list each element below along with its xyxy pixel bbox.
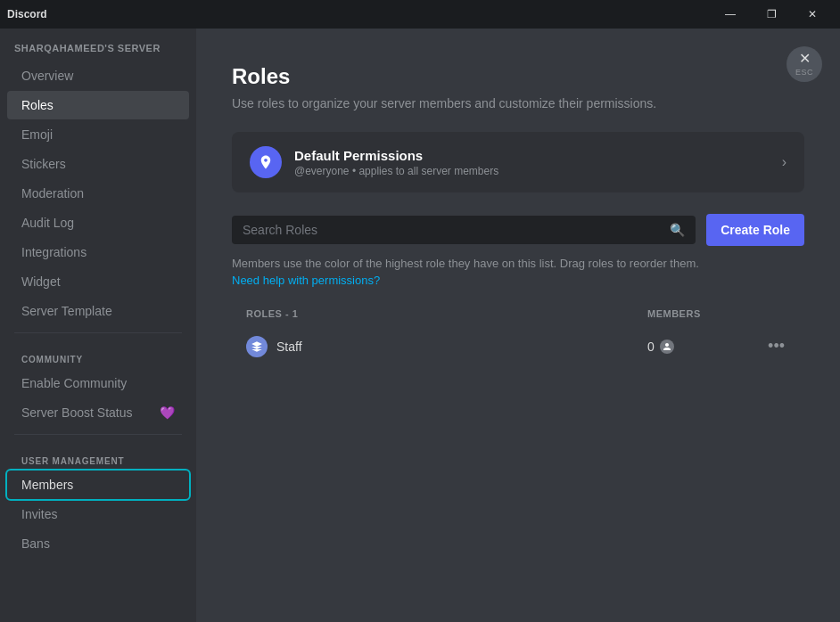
role-icon — [246, 336, 268, 357]
default-permissions-text: Default Permissions @everyone • applies … — [294, 148, 782, 177]
sidebar-item-label: Stickers — [21, 157, 66, 171]
sidebar-item-members[interactable]: Members — [7, 471, 189, 499]
search-icon: 🔍 — [670, 223, 685, 237]
sidebar-item-audit-log[interactable]: Audit Log — [7, 209, 189, 237]
sidebar-item-label: Server Template — [21, 304, 112, 318]
close-icon: ✕ — [799, 52, 811, 66]
sidebar-item-label: Bans — [21, 536, 50, 551]
sidebar-item-widget[interactable]: Widget — [7, 267, 189, 296]
sidebar-item-label: Overview — [21, 69, 73, 83]
sidebar-divider-2 — [14, 434, 182, 435]
default-permissions-card[interactable]: Default Permissions @everyone • applies … — [232, 132, 804, 192]
role-name: Staff — [276, 340, 647, 354]
sidebar-item-label: Emoji — [21, 127, 53, 142]
sidebar-item-label: Server Boost Status — [21, 405, 133, 420]
search-box: 🔍 — [232, 216, 696, 244]
sidebar-item-invites[interactable]: Invites — [7, 500, 189, 528]
app-title: Discord — [7, 8, 47, 20]
titlebar: Discord — ❐ ✕ — [0, 0, 840, 29]
sidebar-item-label: Roles — [21, 98, 54, 112]
sidebar-item-bans[interactable]: Bans — [7, 529, 189, 558]
search-input[interactable] — [243, 223, 666, 237]
close-window-button[interactable]: ✕ — [792, 0, 833, 29]
sidebar-item-label: Invites — [21, 507, 57, 521]
sidebar-item-label: Members — [21, 478, 73, 492]
maximize-button[interactable]: ❐ — [751, 0, 792, 29]
page-subtitle: Use roles to organize your server member… — [232, 96, 804, 110]
sidebar-item-label: Enable Community — [21, 376, 127, 390]
sidebar-item-overview[interactable]: Overview — [7, 61, 189, 90]
sidebar-item-server-template[interactable]: Server Template — [7, 297, 189, 325]
role-actions: ••• — [754, 335, 790, 357]
boost-icon: 💜 — [160, 405, 175, 420]
create-role-button[interactable]: Create Role — [706, 214, 804, 246]
close-settings-button[interactable]: ✕ ESC — [786, 46, 822, 82]
sidebar-item-label: Moderation — [21, 186, 84, 201]
sidebar-item-integrations[interactable]: Integrations — [7, 238, 189, 266]
user-management-section-label: USER MANAGEMENT — [0, 442, 196, 470]
window-controls: — ❐ ✕ — [710, 0, 833, 29]
app-layout: SHARQAHAMEED'S SERVER Overview Roles Emo… — [0, 29, 840, 622]
actions-column-header — [754, 308, 790, 319]
community-section-label: COMMUNITY — [0, 340, 196, 368]
sidebar-item-enable-community[interactable]: Enable Community — [7, 369, 189, 397]
member-icon — [660, 340, 674, 354]
default-permissions-name: Default Permissions — [294, 148, 782, 163]
sidebar-item-server-boost-status[interactable]: Server Boost Status 💜 — [7, 398, 189, 427]
search-create-row: 🔍 Create Role — [232, 214, 804, 246]
chevron-right-icon: › — [782, 154, 786, 170]
sidebar-item-moderation[interactable]: Moderation — [7, 179, 189, 208]
minimize-button[interactable]: — — [710, 0, 751, 29]
sidebar-item-emoji[interactable]: Emoji — [7, 120, 189, 149]
default-permissions-icon — [250, 146, 282, 178]
sidebar: SHARQAHAMEED'S SERVER Overview Roles Emo… — [0, 29, 196, 622]
sidebar-item-roles[interactable]: Roles — [7, 91, 189, 119]
esc-label: ESC — [795, 68, 813, 77]
roles-column-header: ROLES - 1 — [246, 308, 647, 319]
members-column-header: MEMBERS — [647, 308, 754, 319]
role-members: 0 — [647, 340, 754, 354]
default-permissions-desc: @everyone • applies to all server member… — [294, 165, 782, 177]
help-link[interactable]: Need help with permissions? — [232, 274, 804, 287]
table-row[interactable]: Staff 0 ••• — [232, 326, 804, 366]
main-content: ✕ ESC Roles Use roles to organize your s… — [196, 29, 840, 622]
page-title: Roles — [232, 64, 804, 89]
role-member-count: 0 — [647, 340, 655, 354]
sidebar-divider — [14, 332, 182, 333]
sidebar-item-label: Audit Log — [21, 216, 74, 230]
role-more-options-button[interactable]: ••• — [762, 335, 790, 357]
roles-table-header: ROLES - 1 MEMBERS — [232, 305, 804, 323]
sidebar-item-label: Widget — [21, 274, 61, 289]
permissions-help-text: Members use the color of the highest rol… — [232, 257, 804, 270]
sidebar-item-stickers[interactable]: Stickers — [7, 150, 189, 178]
server-name: SHARQAHAMEED'S SERVER — [0, 29, 196, 61]
sidebar-item-label: Integrations — [21, 245, 86, 259]
